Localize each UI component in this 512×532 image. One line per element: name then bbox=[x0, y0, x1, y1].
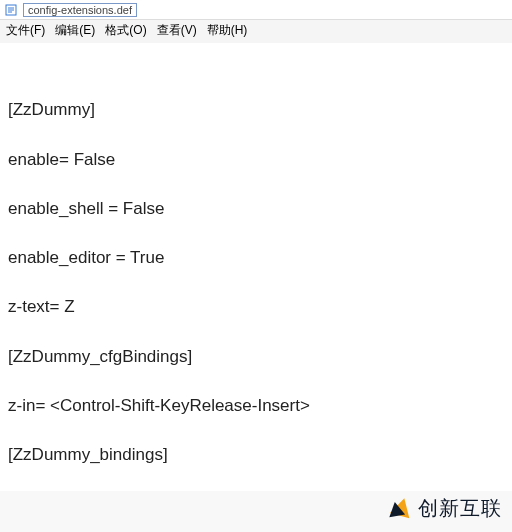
cfg-line: enable_shell = False bbox=[8, 197, 504, 222]
config-block-zzdummy: [ZzDummy] enable= False enable_shell = F… bbox=[4, 74, 508, 491]
cfg-line: z-text= Z bbox=[8, 295, 504, 320]
cfg-line: enable_editor = True bbox=[8, 246, 504, 271]
menu-edit[interactable]: 编辑(E) bbox=[55, 22, 95, 39]
cfg-line: [ZzDummy_bindings] bbox=[8, 443, 504, 468]
menu-file[interactable]: 文件(F) bbox=[6, 22, 45, 39]
watermark-text: 创新互联 bbox=[418, 495, 502, 522]
title-bar: config-extensions.def bbox=[0, 0, 512, 20]
app-icon bbox=[4, 3, 18, 17]
watermark: 创新互联 bbox=[378, 489, 512, 532]
cfg-line: enable= False bbox=[8, 148, 504, 173]
watermark-logo-icon bbox=[388, 496, 414, 522]
text-editor-content[interactable]: [ZzDummy] enable= False enable_shell = F… bbox=[0, 43, 512, 491]
cfg-line: z-in= <Control-Shift-KeyRelease-Insert> bbox=[8, 394, 504, 419]
menu-format[interactable]: 格式(O) bbox=[105, 22, 146, 39]
menu-view[interactable]: 查看(V) bbox=[157, 22, 197, 39]
menu-help[interactable]: 帮助(H) bbox=[207, 22, 248, 39]
cfg-line: [ZzDummy] bbox=[8, 98, 504, 123]
window-title-filename: config-extensions.def bbox=[23, 3, 137, 17]
menu-bar: 文件(F) 编辑(E) 格式(O) 查看(V) 帮助(H) bbox=[0, 20, 512, 43]
cfg-line: [ZzDummy_cfgBindings] bbox=[8, 345, 504, 370]
